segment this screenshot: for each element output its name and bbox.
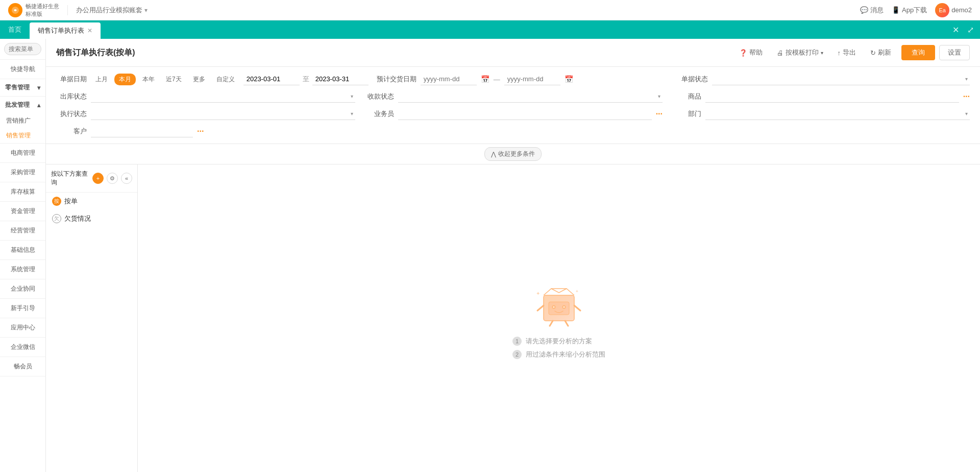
tab-home[interactable]: 首页 [0, 20, 30, 39]
tab-expand-icon[interactable]: ⤢ [965, 23, 976, 37]
export-button[interactable]: ↑ 导出 [834, 46, 861, 59]
date-from-input[interactable] [243, 73, 300, 85]
svg-text:✦: ✦ [575, 289, 579, 294]
sidebar-item-app-center[interactable]: 应用中心 [0, 318, 45, 338]
wholesale-sub-items: 营销推广 销售管理 [0, 113, 45, 143]
user-area[interactable]: Ea demo2 [935, 3, 972, 17]
sidebar-group-retail: 零售管理 ▾ [0, 79, 45, 97]
dqb-last-month[interactable]: 上月 [91, 74, 112, 85]
empty-hint-2: 2 用过滤条件来缩小分析范围 [512, 350, 605, 359]
department-label: 部门 [671, 109, 701, 119]
exec-status-select[interactable] [91, 108, 355, 120]
dqb-last7[interactable]: 近7天 [161, 74, 186, 85]
filter-row-4: 客户 ··· [56, 125, 970, 137]
predict-to-input[interactable] [504, 73, 560, 85]
chevron-down-icon: ▾ [821, 50, 823, 56]
goods-more-icon[interactable]: ··· [963, 92, 970, 101]
phone-icon: 📱 [892, 6, 900, 14]
refresh-icon: ↻ [870, 49, 876, 57]
department-group: 部门 ▾ [671, 108, 970, 120]
customer-input[interactable] [91, 125, 193, 137]
left-panel-item-欠货情况[interactable]: 欠 欠货情况 [46, 210, 137, 227]
dqb-this-month[interactable]: 本月 [114, 74, 136, 85]
filter-panel: 单据日期 上月 本月 本年 近7天 更多 自定义 至 [46, 67, 980, 144]
sidebar-item-marketing[interactable]: 营销推广 [2, 113, 43, 128]
sidebar-item-member[interactable]: 畅会员 [0, 357, 45, 376]
sidebar-item-basic-info[interactable]: 基础信息 [0, 241, 45, 260]
empty-hint-1: 1 请先选择要分析的方案 [512, 337, 605, 346]
logo-text: 畅捷通好生意 标准版 [26, 3, 59, 17]
refresh-button[interactable]: ↻ 刷新 [866, 46, 895, 59]
goods-input[interactable] [705, 90, 959, 103]
customer-label: 客户 [56, 127, 87, 136]
settings-button[interactable]: 设置 [939, 45, 970, 60]
collapse-bar[interactable]: ⋀ 收起更多条件 [46, 144, 980, 164]
date-to-input[interactable] [312, 73, 369, 85]
header-left: 畅捷通好生意 标准版 办公用品行业模拟账套 ▾ [8, 3, 148, 17]
filter-row-3: 执行状态 ▾ 业务员 ··· 部门 [56, 108, 970, 120]
left-panel-header: 按以下方案查询 + ⚙ « [46, 164, 137, 193]
collapse-button[interactable]: ⋀ 收起更多条件 [484, 147, 542, 161]
sidebar-item-wholesale[interactable]: 批发管理 ▴ [0, 97, 45, 113]
scheme-collapse-button[interactable]: « [121, 173, 132, 184]
sidebar-item-purchase[interactable]: 采购管理 [0, 163, 45, 182]
date-range-group: 至 [243, 73, 369, 85]
primary-actions: 查询 设置 [901, 45, 970, 60]
avatar: Ea [935, 3, 949, 17]
sidebar-item-ecommerce[interactable]: 电商管理 [0, 144, 45, 163]
doc-status-select-wrap: ▾ [712, 73, 970, 85]
add-scheme-button[interactable]: + [92, 173, 104, 184]
dqb-more[interactable]: 更多 [188, 74, 210, 85]
dqb-this-year[interactable]: 本年 [138, 74, 159, 85]
sidebar-item-operations[interactable]: 经营管理 [0, 221, 45, 241]
hint-num-1: 1 [512, 337, 522, 346]
salesperson-input[interactable] [398, 108, 652, 120]
sidebar-item-sales-mgmt[interactable]: 销售管理 [2, 128, 43, 143]
print-button[interactable]: 🖨 按模板打印 ▾ [773, 46, 827, 59]
sidebar-item-enterprise[interactable]: 企业协同 [0, 279, 45, 299]
sidebar-item-wechat[interactable]: 企业微信 [0, 338, 45, 357]
dqb-custom[interactable]: 自定义 [212, 74, 239, 85]
logo-area: 畅捷通好生意 标准版 [8, 3, 59, 17]
cal-icon-1[interactable]: 📅 [481, 75, 489, 83]
sidebar-item-system[interactable]: 系统管理 [0, 260, 45, 279]
empty-hints: 1 请先选择要分析的方案 2 用过滤条件来缩小分析范围 [512, 337, 605, 359]
department-select[interactable] [705, 108, 970, 120]
doc-status-select[interactable] [712, 73, 970, 85]
salesperson-more-icon[interactable]: ··· [656, 109, 663, 119]
doc-status-label: 单据状态 [677, 75, 708, 84]
chevron-up-icon: ▴ [37, 102, 40, 109]
sidebar-item-finance[interactable]: 资金管理 [0, 202, 45, 221]
predict-from-input[interactable] [421, 73, 477, 85]
tab-close-window-icon[interactable]: ✕ [950, 23, 961, 37]
date-separator: 至 [303, 75, 309, 84]
message-action[interactable]: 💬 消息 [860, 6, 884, 15]
payment-status-select-wrap: ▾ [398, 90, 663, 103]
sidebar-item-quick-nav[interactable]: 快捷导航 [0, 60, 45, 79]
left-panel-item-按单[interactable]: 按 按单 [46, 193, 137, 210]
tab-sales-exec[interactable]: 销售订单执行表 ✕ [30, 22, 101, 39]
salesperson-group: 业务员 ··· [363, 108, 663, 120]
app-download-action[interactable]: 📱 App下载 [892, 6, 927, 15]
header-right: 💬 消息 📱 App下载 Ea demo2 [860, 3, 972, 17]
help-button[interactable]: ❓ 帮助 [735, 46, 767, 59]
print-icon: 🖨 [777, 49, 783, 57]
query-button[interactable]: 查询 [901, 45, 935, 60]
scheme-settings-button[interactable]: ⚙ [107, 173, 118, 184]
search-input[interactable] [4, 43, 41, 55]
payment-status-select[interactable] [398, 90, 663, 102]
sidebar-item-inventory[interactable]: 库存核算 [0, 182, 45, 202]
sidebar-item-retail[interactable]: 零售管理 ▾ [0, 79, 45, 96]
cal-icon-2[interactable]: 📅 [565, 75, 573, 83]
customer-more-icon[interactable]: ··· [197, 127, 204, 136]
tab-close-icon[interactable]: ✕ [87, 27, 92, 34]
svg-point-5 [553, 306, 555, 308]
delivery-status-select[interactable] [91, 90, 355, 102]
payment-status-group: 收款状态 ▾ [363, 90, 663, 103]
page-title: 销售订单执行表(按单) [56, 48, 135, 58]
customer-group: 客户 ··· [56, 125, 204, 137]
sidebar: 快捷导航 零售管理 ▾ 批发管理 ▴ 营销推广 销售管理 电商管理 [0, 39, 46, 472]
sidebar-item-guide[interactable]: 新手引导 [0, 299, 45, 318]
filter-row-2: 出库状态 ▾ 收款状态 ▾ [56, 90, 970, 103]
collapse-arrow-icon: ⋀ [491, 151, 496, 158]
